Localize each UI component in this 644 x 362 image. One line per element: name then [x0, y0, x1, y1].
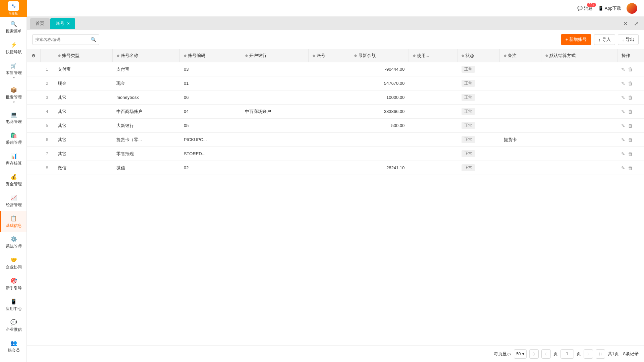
message-button[interactable]: 💬 消息 99+ [577, 5, 593, 11]
th-status[interactable]: 状态 [458, 49, 500, 62]
sidebar-label-system: 系统管理 [6, 244, 22, 249]
toolbar: 🔍 + 新增账号 ↑ 导入 ↓ 导出 [27, 30, 644, 49]
th-bank[interactable]: 开户银行 [241, 49, 308, 62]
row-balance-1: 547670.00 [350, 76, 409, 90]
sidebar-item-finance[interactable]: 💰 资金管理 [0, 170, 26, 190]
search-box[interactable]: 🔍 [32, 34, 99, 45]
edit-icon-0[interactable]: ✎ [621, 67, 625, 72]
tab-close-window-icon[interactable]: ✕ [621, 19, 630, 28]
import-button[interactable]: ↑ 导入 [594, 34, 615, 45]
row-balance-3: 383866.00 [350, 105, 409, 119]
sidebar-item-inventory[interactable]: 📊 库存核算 [0, 149, 26, 170]
row-code-3: 04 [180, 105, 241, 119]
th-settings[interactable]: ⚙ [27, 49, 40, 62]
page-size-select[interactable]: 50 ▾ [514, 349, 526, 359]
sidebar-item-wholesale[interactable]: 📦 批发管理 ▾ [0, 83, 26, 107]
th-remark[interactable]: 备注 [500, 49, 541, 62]
edit-icon-2[interactable]: ✎ [621, 95, 625, 100]
sidebar-item-ecommerce[interactable]: 💻 电商管理 [0, 107, 26, 128]
wholesale-icon: 📦 [10, 86, 17, 94]
row-settings-3[interactable] [27, 105, 40, 119]
row-index-6: 7 [40, 147, 54, 161]
th-account[interactable]: 账号 [308, 49, 350, 62]
row-index-0: 1 [40, 62, 54, 76]
delete-icon-6[interactable]: 🗑 [628, 151, 633, 157]
row-balance-5 [350, 133, 409, 147]
delete-icon-5[interactable]: 🗑 [628, 137, 633, 142]
import-label: 导入 [602, 37, 611, 43]
app-download-button[interactable]: 📱 App下载 [598, 5, 621, 11]
user-avatar[interactable] [627, 3, 637, 14]
tab-fullscreen-icon[interactable]: ⤢ [631, 19, 641, 28]
total-label: 共1页，8条记录 [608, 351, 639, 357]
export-button[interactable]: ↓ 导出 [618, 34, 639, 45]
add-account-button[interactable]: + 新增账号 [561, 34, 591, 45]
last-page-button[interactable]: ⟩⟩ [596, 349, 605, 359]
table-row: 2 现金 现金 01 547670.00 正常 ✎ 🗑 [27, 76, 644, 90]
delete-icon-7[interactable]: 🗑 [628, 165, 633, 171]
row-settings-5[interactable] [27, 133, 40, 147]
sidebar-label-basic: 基础信息 [6, 223, 22, 229]
row-name-4: 大新银行 [112, 119, 180, 133]
tab-home[interactable]: 首页 [30, 18, 50, 29]
row-settings-6[interactable] [27, 147, 40, 161]
row-default-payment-1 [541, 76, 617, 90]
sidebar-item-system[interactable]: ⚙️ 系统管理 [0, 232, 26, 253]
row-balance-6 [350, 147, 409, 161]
page-input[interactable] [560, 349, 574, 359]
th-usage[interactable]: 使用... [409, 49, 457, 62]
delete-icon-3[interactable]: 🗑 [628, 109, 633, 114]
prev-page-button[interactable]: ⟨ [541, 349, 551, 359]
row-settings-0[interactable] [27, 62, 40, 76]
sidebar-item-app_center[interactable]: 📱 应用中心 [0, 294, 26, 315]
tab-close-icon[interactable]: × [67, 21, 70, 26]
row-settings-4[interactable] [27, 119, 40, 133]
sidebar-item-purchase[interactable]: 🛍️ 采购管理 [0, 128, 26, 149]
th-code[interactable]: 账号编码 [180, 49, 241, 62]
sidebar-item-basic[interactable]: 📋 基础信息 [0, 211, 26, 232]
sidebar-item-guide[interactable]: 🎯 新手引导 [0, 274, 26, 294]
th-default-payment[interactable]: 默认结算方式 [541, 49, 617, 62]
table-row: 3 其它 moneybosx 06 10000.00 正常 ✎ 🗑 [27, 90, 644, 105]
search-input[interactable] [35, 37, 89, 42]
tab-account[interactable]: 账号 × [50, 18, 75, 29]
page-content: 🔍 + 新增账号 ↑ 导入 ↓ 导出 [27, 30, 644, 362]
sidebar-item-retail[interactable]: 🛒 零售管理 ▾ [0, 58, 26, 83]
edit-icon-5[interactable]: ✎ [621, 137, 625, 142]
row-default-payment-2 [541, 90, 617, 105]
row-usage-1 [409, 76, 457, 90]
status-badge-3: 正常 [462, 108, 475, 115]
next-page-button[interactable]: ⟩ [584, 349, 593, 359]
sidebar-item-enterprise_wechat[interactable]: 💬 企业微信 [0, 315, 26, 336]
th-balance[interactable]: 最新余额 [350, 49, 409, 62]
sidebar-item-agreement[interactable]: 🤝 企业协同 [0, 253, 26, 274]
sidebar-label-app_center: 应用中心 [6, 306, 22, 312]
row-settings-1[interactable] [27, 76, 40, 90]
row-actions-2: ✎ 🗑 [617, 90, 644, 105]
delete-icon-2[interactable]: 🗑 [628, 95, 633, 100]
row-account-6 [308, 147, 350, 161]
delete-icon-1[interactable]: 🗑 [628, 81, 633, 86]
delete-icon-4[interactable]: 🗑 [628, 123, 633, 128]
delete-icon-0[interactable]: 🗑 [628, 67, 633, 72]
table-row: 8 微信 微信 02 28241.10 正常 ✎ 🗑 [27, 161, 644, 175]
row-settings-7[interactable] [27, 161, 40, 175]
edit-icon-6[interactable]: ✎ [621, 151, 625, 157]
edit-icon-1[interactable]: ✎ [621, 81, 625, 86]
sidebar-item-operations[interactable]: 📈 经营管理 [0, 190, 26, 211]
th-type[interactable]: 账号类型 [54, 49, 112, 62]
sidebar-item-shortcut[interactable]: ⚡ 快捷导航 [0, 38, 26, 58]
row-status-3: 正常 [458, 105, 500, 119]
sidebar-item-search[interactable]: 🔍 搜索菜单 [0, 17, 26, 38]
edit-icon-3[interactable]: ✎ [621, 109, 625, 114]
purchase-icon: 🛍️ [10, 131, 17, 139]
finance-icon: 💰 [10, 173, 17, 180]
system-icon: ⚙️ [10, 235, 17, 243]
edit-icon-4[interactable]: ✎ [621, 123, 625, 128]
first-page-button[interactable]: ⟨⟨ [529, 349, 539, 359]
sidebar-item-member[interactable]: 👥 畅会员 [0, 336, 26, 357]
row-settings-2[interactable] [27, 90, 40, 105]
row-actions-7: ✎ 🗑 [617, 161, 644, 175]
th-name[interactable]: 账号名称 [112, 49, 180, 62]
edit-icon-7[interactable]: ✎ [621, 165, 625, 171]
